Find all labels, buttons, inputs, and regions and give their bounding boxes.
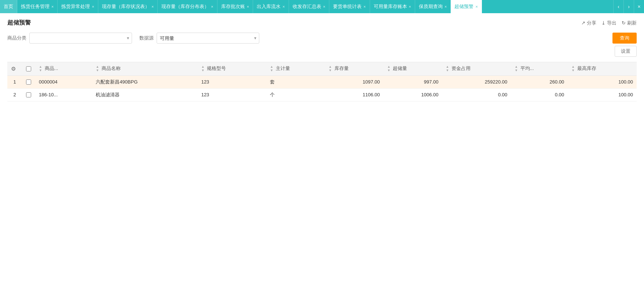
col-checkbox-header xyxy=(22,62,35,76)
nav-item-pick-task[interactable]: 拣货任务管理 × xyxy=(17,0,58,13)
nav-arrow-close[interactable]: × xyxy=(634,0,644,13)
page-title: 超储预警 xyxy=(7,19,31,27)
row-avg: 0.00 xyxy=(511,88,568,101)
page-content: 超储预警 ↗ 分享 ⤓ 导出 ↻ 刷新 商品分类 xyxy=(0,13,644,293)
nav-arrows: ‹ › × xyxy=(613,0,644,13)
sort-arrows-icon: ▲▼ xyxy=(201,65,205,73)
close-icon[interactable]: × xyxy=(409,4,411,9)
row-spec: 123 xyxy=(198,75,267,88)
page-header: 超储预警 ↗ 分享 ⤓ 导出 ↻ 刷新 xyxy=(7,19,637,27)
col-settings-header: ⚙ xyxy=(7,62,22,76)
nav-item-pick-exception[interactable]: 拣货异常处理 × xyxy=(58,0,98,13)
close-icon[interactable]: × xyxy=(51,4,54,9)
select-all-checkbox[interactable] xyxy=(26,66,31,71)
close-icon[interactable]: × xyxy=(475,4,477,9)
nav-item-home[interactable]: 首页 xyxy=(0,0,17,13)
refresh-icon: ↻ xyxy=(622,20,626,26)
table-body: 1 0000004 六配套新昌490BPG 123 套 1097.00 997.… xyxy=(7,75,637,101)
query-button[interactable]: 查询 xyxy=(612,33,637,44)
close-icon[interactable]: × xyxy=(282,4,285,9)
share-button[interactable]: ↗ 分享 xyxy=(581,20,596,26)
row-product-code: 186-10... xyxy=(35,88,92,101)
datasource-select[interactable]: 可用量 库存量 xyxy=(157,33,259,44)
close-icon[interactable]: × xyxy=(211,4,213,9)
col-avg-header[interactable]: ▲▼ 平均... xyxy=(511,62,568,76)
table-row: 2 186-10... 机油滤清器 123 个 1106.00 1006.00 … xyxy=(7,88,637,101)
row-stock: 1106.00 xyxy=(325,88,384,101)
share-icon: ↗ xyxy=(581,20,585,26)
nav-item-overstock[interactable]: 超储预警 × xyxy=(451,0,482,13)
row-product-code: 0000004 xyxy=(35,75,92,88)
nav-item-stock-dist[interactable]: 现存量（库存分布表） × xyxy=(158,0,217,13)
col-max-stock-header[interactable]: ▲▼ 最高库存 xyxy=(568,62,637,76)
row-checkbox[interactable] xyxy=(26,79,31,85)
refresh-button[interactable]: ↻ 刷新 xyxy=(622,20,637,26)
sort-arrows-icon: ▲▼ xyxy=(39,65,42,73)
category-label: 商品分类 xyxy=(7,35,26,41)
close-icon[interactable]: × xyxy=(323,4,325,9)
row-unit: 套 xyxy=(266,75,325,88)
sort-arrows-icon: ▲▼ xyxy=(270,65,273,73)
row-checkbox-cell xyxy=(22,75,35,88)
datasource-filter: 数据源 可用量 库存量 ▾ xyxy=(139,33,259,44)
nav-item-stock-status[interactable]: 现存量（库存状况表） × xyxy=(98,0,158,13)
col-product-name-header[interactable]: ▲▼ 商品名称 xyxy=(92,62,198,76)
category-select-wrap: ▾ xyxy=(29,33,132,44)
filter-buttons: 查询 设置 xyxy=(612,33,637,57)
col-unit-header[interactable]: ▲▼ 主计量 xyxy=(266,62,325,76)
category-select[interactable] xyxy=(29,33,132,44)
row-product-name: 机油滤清器 xyxy=(92,88,198,101)
row-product-name: 六配套新昌490BPG xyxy=(92,75,198,88)
col-overstock-header[interactable]: ▲▼ 超储量 xyxy=(384,62,442,76)
table-row: 1 0000004 六配套新昌490BPG 123 套 1097.00 997.… xyxy=(7,75,637,88)
sort-arrows-icon: ▲▼ xyxy=(96,65,99,73)
settings-button[interactable]: 设置 xyxy=(615,46,637,57)
nav-item-usable-stock[interactable]: 可用量库存账本 × xyxy=(370,0,415,13)
table-header-row: ⚙ ▲▼ 商品... ▲▼ 商品名称 ▲▼ 规格型号 xyxy=(7,62,637,76)
row-stock: 1097.00 xyxy=(325,75,384,88)
datasource-label: 数据源 xyxy=(139,35,154,41)
close-icon[interactable]: × xyxy=(444,4,447,9)
col-stock-header[interactable]: ▲▼ 库存量 xyxy=(325,62,384,76)
close-icon[interactable]: × xyxy=(363,4,366,9)
row-max-stock: 100.00 xyxy=(568,88,637,101)
row-settings-cell: 1 xyxy=(7,75,22,88)
sort-arrows-icon: ▲▼ xyxy=(446,65,449,73)
row-avg: 260.00 xyxy=(511,75,568,88)
nav-item-expiry[interactable]: 保质期查询 × xyxy=(415,0,451,13)
sort-arrows-icon: ▲▼ xyxy=(515,65,518,73)
top-navigation: 首页 拣货任务管理 × 拣货异常处理 × 现存量（库存状况表） × 现存量（库存… xyxy=(0,0,644,13)
sort-arrows-icon: ▲▼ xyxy=(329,65,332,73)
row-capital: 0.00 xyxy=(442,88,511,101)
nav-item-summary[interactable]: 收发存汇总表 × xyxy=(289,0,329,13)
close-icon[interactable]: × xyxy=(247,4,249,9)
export-button[interactable]: ⤓ 导出 xyxy=(601,20,616,26)
col-spec-header[interactable]: ▲▼ 规格型号 xyxy=(198,62,267,76)
header-actions: ↗ 分享 ⤓ 导出 ↻ 刷新 xyxy=(581,20,637,26)
row-capital: 259220.00 xyxy=(442,75,511,88)
row-checkbox[interactable] xyxy=(26,92,31,97)
col-product-code-header[interactable]: ▲▼ 商品... xyxy=(35,62,92,76)
nav-arrow-right[interactable]: › xyxy=(623,0,634,13)
row-max-stock: 100.00 xyxy=(568,75,637,88)
nav-arrow-left[interactable]: ‹ xyxy=(613,0,623,13)
row-checkbox-cell xyxy=(22,88,35,101)
nav-item-inout-flow[interactable]: 出入库流水 × xyxy=(253,0,289,13)
row-overstock: 997.00 xyxy=(384,75,442,88)
row-spec: 123 xyxy=(198,88,267,101)
data-table: ⚙ ▲▼ 商品... ▲▼ 商品名称 ▲▼ 规格型号 xyxy=(7,62,637,101)
row-unit: 个 xyxy=(266,88,325,101)
nav-item-order-stat[interactable]: 要货单统计表 × xyxy=(329,0,370,13)
sort-arrows-icon: ▲▼ xyxy=(571,65,575,73)
gear-icon[interactable]: ⚙ xyxy=(11,66,16,72)
nav-item-batch-account[interactable]: 库存批次账 × xyxy=(217,0,253,13)
row-settings-cell: 2 xyxy=(7,88,22,101)
category-filter: 商品分类 ▾ xyxy=(7,33,132,44)
close-icon[interactable]: × xyxy=(92,4,94,9)
col-capital-header[interactable]: ▲▼ 资金占用 xyxy=(442,62,511,76)
export-icon: ⤓ xyxy=(601,20,605,26)
row-overstock: 1006.00 xyxy=(384,88,442,101)
datasource-select-wrap: 可用量 库存量 ▾ xyxy=(157,33,259,44)
sort-arrows-icon: ▲▼ xyxy=(387,65,391,73)
close-icon[interactable]: × xyxy=(151,4,154,9)
